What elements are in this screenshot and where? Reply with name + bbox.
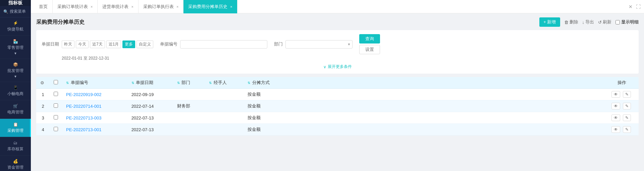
th-split-method-label: 分摊方式 (252, 80, 270, 85)
show-columns-checkbox-label[interactable]: 显示明细 (615, 19, 639, 25)
query-button[interactable]: 查询 (359, 34, 380, 44)
sidebar-item-purchase[interactable]: 📋 采购管理 (0, 119, 31, 137)
dept-input[interactable] (285, 40, 353, 49)
row-checkbox[interactable] (54, 92, 58, 96)
tab-label: 进货单统计表 (102, 4, 128, 10)
row-checkbox-cell (50, 100, 62, 112)
sidebar-item-mini[interactable]: 📱 小畅电商 (0, 82, 31, 100)
dept-cell (173, 124, 205, 136)
add-button[interactable]: + 新增 (539, 17, 560, 27)
sidebar-item-wholesale[interactable]: 📦 批发管理 ▼ (0, 59, 31, 82)
sidebar-search[interactable]: 🔍 搜索菜单 (0, 6, 31, 17)
setting-button[interactable]: 设置 (359, 45, 380, 54)
sidebar-item-finance[interactable]: 💰 资金管理 (0, 156, 31, 171)
expand-more-conditions[interactable]: ∨ 展开更多条件 (42, 64, 633, 70)
edit-button[interactable]: ✎ (623, 103, 631, 109)
data-table: ⚙ ⇅ 单据编号 ⇅ 单据日期 (36, 77, 639, 136)
row-index: 4 (36, 124, 50, 136)
mini-icon: 📱 (13, 85, 18, 90)
tab-purchase-fee-split[interactable]: 采购费用分摊单历史 × (183, 0, 237, 13)
split-method-cell: 按金额 (244, 112, 605, 124)
row-checkbox-cell (50, 124, 62, 136)
view-button[interactable]: 👁 (611, 91, 620, 98)
date-btn-yesterday[interactable]: 昨天 (62, 40, 74, 48)
date-btn-7days[interactable]: 近7天 (90, 40, 105, 48)
action-cell: 👁 ✎ (605, 89, 639, 100)
close-all-tabs-icon[interactable]: ✕ (629, 4, 633, 9)
tab-close-icon[interactable]: × (91, 5, 93, 9)
th-date[interactable]: ⇅ 单据日期 (127, 77, 173, 89)
export-icon: ↓ (582, 20, 585, 25)
table-row: 3 PE-20220713-003 2022-07-13 按金额 👁 (36, 112, 639, 124)
view-button[interactable]: 👁 (611, 103, 620, 109)
order-no-link[interactable]: PE-20220713-001 (66, 127, 102, 132)
edit-button[interactable]: ✎ (623, 126, 631, 133)
order-no-link[interactable]: PE-20220713-003 (66, 115, 102, 120)
chevron-down-icon: ▼ (14, 75, 17, 78)
dept-cell (173, 89, 205, 100)
sidebar-item-label: 小畅电商 (7, 91, 23, 97)
tab-home[interactable]: 首页 (34, 0, 53, 13)
page-title: 采购费用分摊单历史 (36, 19, 85, 26)
order-no-link[interactable]: PE-20220919-002 (66, 92, 102, 97)
sidebar-item-inventory[interactable]: 🗂 库存核算 (0, 137, 31, 156)
th-order-no[interactable]: ⇅ 单据编号 (62, 77, 127, 89)
edit-button[interactable]: ✎ (623, 114, 631, 121)
table-body: 1 PE-20220919-002 2022-09-19 按金额 👁 (36, 89, 639, 136)
row-index: 2 (36, 100, 50, 112)
row-checkbox[interactable] (54, 115, 58, 119)
settings-icon[interactable]: ⚙ (40, 80, 44, 85)
show-columns-label: 显示明细 (621, 19, 639, 25)
row-checkbox[interactable] (54, 127, 58, 131)
quicknav-icon: ⚡ (13, 21, 18, 25)
th-settings[interactable]: ⚙ (36, 77, 50, 89)
th-split-method[interactable]: ⇅ 分摊方式 (244, 77, 605, 89)
date-btn-custom[interactable]: 自定义 (137, 40, 153, 48)
th-checkbox (50, 77, 62, 89)
inventory-icon: 🗂 (13, 141, 17, 145)
sidebar-item-quicknav[interactable]: ⚡ 快捷导航 (0, 17, 31, 36)
th-handler[interactable]: ⇅ 经手人 (205, 77, 244, 89)
page-header: 采购费用分摊单历史 + 新增 🗑 删除 ↓ 导出 ↺ 刷新 显示明细 (36, 13, 639, 30)
filter-area: 单据日期 昨天 今天 近7天 近1月 更多 自定义 单据编号 (36, 30, 639, 74)
action-cell: 👁 ✎ (605, 124, 639, 136)
sidebar-item-retail[interactable]: 🏪 零售管理 ▼ (0, 36, 31, 59)
date-cell: 2022-07-14 (127, 100, 173, 112)
refresh-button[interactable]: ↺ 刷新 (598, 19, 611, 25)
delete-button[interactable]: 🗑 删除 (564, 19, 578, 25)
delete-icon: 🗑 (564, 20, 569, 25)
select-all-checkbox[interactable] (54, 80, 58, 84)
refresh-label: 刷新 (603, 19, 611, 25)
date-btn-1month[interactable]: 近1月 (106, 40, 121, 48)
date-btn-today[interactable]: 今天 (76, 40, 89, 48)
date-cell: 2022-09-19 (127, 89, 173, 100)
tab-stock-stats[interactable]: 进货单统计表 × (98, 0, 138, 13)
sidebar-item-label: 批发管理 (7, 68, 23, 74)
chevron-down-icon: ∨ (323, 65, 326, 69)
table-row: 1 PE-20220919-002 2022-09-19 按金额 👁 (36, 89, 639, 100)
view-button[interactable]: 👁 (611, 114, 620, 121)
sidebar-item-label: 快捷导航 (7, 26, 23, 32)
page-content: 采购费用分摊单历史 + 新增 🗑 删除 ↓ 导出 ↺ 刷新 显示明细 (31, 13, 644, 171)
tab-close-icon[interactable]: × (230, 5, 232, 9)
edit-button[interactable]: ✎ (623, 91, 631, 98)
handler-cell (205, 112, 244, 124)
filter-action-group: 查询 设置 (359, 34, 380, 54)
tab-purchase-order-stats[interactable]: 采购订单统计表 × (53, 0, 98, 13)
order-no-input[interactable] (180, 40, 267, 49)
view-button[interactable]: 👁 (611, 126, 620, 133)
sidebar-item-ecom[interactable]: 🛒 电商管理 (0, 100, 31, 119)
tab-close-icon[interactable]: × (176, 5, 178, 9)
maximize-icon[interactable]: ⛶ (636, 4, 641, 9)
split-method-cell: 按金额 (244, 100, 605, 112)
tab-close-icon[interactable]: × (131, 5, 133, 9)
date-cell: 2022-07-13 (127, 112, 173, 124)
date-btn-more[interactable]: 更多 (122, 40, 135, 48)
show-columns-checkbox[interactable] (615, 20, 620, 24)
delete-label: 删除 (570, 19, 578, 25)
export-button[interactable]: ↓ 导出 (582, 19, 594, 25)
tab-purchase-order-exec[interactable]: 采购订单执行表 × (139, 0, 183, 13)
row-checkbox[interactable] (54, 103, 58, 108)
order-no-link[interactable]: PE-20220714-001 (66, 104, 102, 109)
th-dept[interactable]: ⇅ 部门 (173, 77, 205, 89)
